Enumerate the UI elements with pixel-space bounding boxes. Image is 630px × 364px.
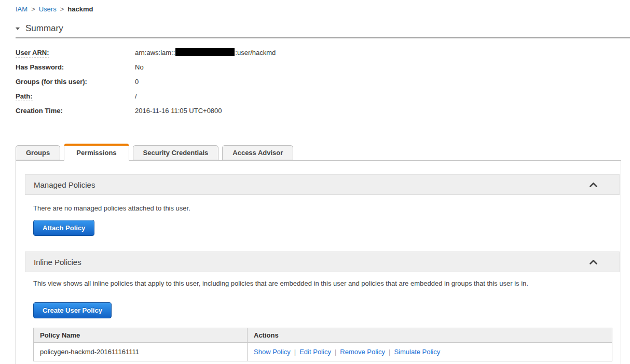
tab-access-advisor[interactable]: Access Advisor — [222, 145, 293, 160]
simulate-policy-link[interactable]: Simulate Policy — [394, 348, 440, 356]
summary-row: Groups (for this user): 0 — [16, 74, 630, 89]
inline-policies-description: This view shows all inline policies that… — [33, 279, 611, 287]
breadcrumb-link-iam[interactable]: IAM — [16, 5, 28, 13]
summary-row: Path: / — [16, 89, 630, 103]
attach-policy-button[interactable]: Attach Policy — [33, 220, 94, 236]
summary-row: Has Password: No — [16, 60, 630, 74]
inline-policies-title: Inline Policies — [34, 258, 590, 267]
breadcrumb-separator: > — [60, 5, 64, 13]
summary-divider — [16, 37, 630, 38]
tab-groups[interactable]: Groups — [16, 145, 60, 160]
summary-field-label: Creation Time: — [16, 107, 135, 115]
summary-toggle-header[interactable]: Summary — [16, 23, 630, 34]
table-header-row: Policy Name Actions — [34, 328, 612, 343]
summary-field-label: Path: — [16, 92, 135, 100]
inline-policies-table: Policy Name Actions policygen-hackmd-201… — [33, 328, 612, 361]
managed-policies-title: Managed Policies — [34, 180, 590, 189]
inline-policies-header[interactable]: Inline Policies — [25, 251, 620, 272]
has-password-value: No — [135, 63, 144, 71]
managed-policies-body: There are no managed policies attached t… — [25, 195, 620, 251]
breadcrumb: IAM>Users>hackmd — [16, 5, 630, 13]
creation-time-value: 2016-11-16 11:05 UTC+0800 — [135, 107, 222, 115]
groups-count-value: 0 — [135, 78, 139, 86]
edit-policy-link[interactable]: Edit Policy — [299, 348, 331, 356]
tab-permissions[interactable]: Permissions — [64, 144, 129, 161]
path-value: / — [135, 92, 137, 100]
tab-security-credentials[interactable]: Security Credentials — [133, 145, 219, 160]
breadcrumb-link-users[interactable]: Users — [39, 5, 57, 13]
summary-field-label: User ARN: — [16, 49, 135, 57]
action-separator: | — [389, 348, 390, 356]
action-separator: | — [294, 348, 296, 356]
breadcrumb-current: hackmd — [67, 5, 93, 13]
create-user-policy-button[interactable]: Create User Policy — [33, 302, 112, 318]
table-row: policygen-hackmd-201611161111 Show Polic… — [34, 343, 612, 361]
action-separator: | — [335, 348, 336, 356]
summary-row: Creation Time: 2016-11-16 11:05 UTC+0800 — [16, 103, 630, 118]
policy-name-cell: policygen-hackmd-201611161111 — [34, 343, 248, 361]
show-policy-link[interactable]: Show Policy — [254, 348, 291, 356]
summary-row: User ARN: arn:aws:iam:::user/hackmd — [16, 45, 630, 60]
remove-policy-link[interactable]: Remove Policy — [340, 348, 385, 356]
column-header-policy-name: Policy Name — [34, 328, 248, 343]
column-header-actions: Actions — [248, 328, 612, 343]
user-arn-value: arn:aws:iam:::user/hackmd — [135, 48, 276, 57]
managed-policies-empty-text: There are no managed policies attached t… — [33, 204, 611, 212]
redaction-box — [175, 48, 235, 56]
summary-fields: User ARN: arn:aws:iam:::user/hackmd Has … — [16, 45, 630, 118]
summary-title: Summary — [25, 23, 63, 34]
caret-down-icon — [16, 27, 20, 30]
chevron-up-icon[interactable] — [590, 260, 597, 264]
policy-actions-cell: Show Policy|Edit Policy|Remove Policy|Si… — [248, 343, 612, 361]
summary-field-label: Groups (for this user): — [16, 78, 135, 86]
managed-policies-header[interactable]: Managed Policies — [25, 174, 620, 195]
summary-field-label: Has Password: — [16, 63, 135, 71]
tab-content-panel: Managed Policies There are no managed po… — [16, 160, 621, 364]
inline-policies-body: This view shows all inline policies that… — [25, 272, 620, 364]
tab-bar: Groups Permissions Security Credentials … — [16, 144, 630, 160]
breadcrumb-separator: > — [31, 5, 35, 13]
chevron-up-icon[interactable] — [590, 183, 597, 187]
